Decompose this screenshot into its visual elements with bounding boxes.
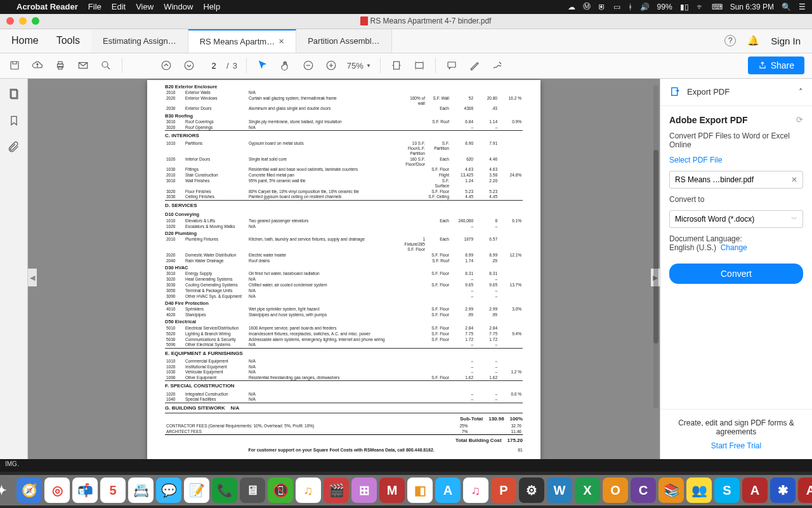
status-spotlight-icon[interactable]: 🔍	[782, 3, 791, 11]
doc-lang-label: Document Language:	[669, 234, 742, 243]
status-wifi-icon[interactable]: ᯤ	[697, 3, 704, 11]
search-icon[interactable]	[99, 58, 113, 72]
help-icon[interactable]: ?	[724, 35, 736, 46]
menu-view[interactable]: View	[136, 2, 154, 11]
close-tab-icon[interactable]: ✕	[278, 37, 284, 46]
status-battery-icon[interactable]: ▮▯	[680, 3, 689, 11]
doc-lang-change[interactable]: Change	[721, 243, 747, 252]
dock-app-icon[interactable]: C	[631, 478, 656, 503]
dock-app-icon[interactable]: ♫	[296, 478, 321, 503]
window-maximize-button[interactable]	[32, 17, 39, 25]
window-close-button[interactable]	[6, 17, 14, 25]
dock-app-icon[interactable]: P	[491, 478, 516, 503]
dock-app-icon[interactable]: A	[742, 478, 768, 503]
convert-format-dropdown[interactable]: Microsoft Word (*.docx) ﹀	[669, 210, 803, 228]
status-shield-icon[interactable]: ⛨	[598, 3, 606, 11]
zoom-in-icon[interactable]	[324, 58, 338, 72]
dock-app-icon[interactable]: 📝	[184, 478, 209, 503]
status-clock[interactable]: Sun 6:39 PM	[730, 3, 774, 11]
dock-app-icon[interactable]: 🧭	[16, 478, 42, 503]
dock-app-icon[interactable]: A	[435, 478, 461, 503]
sign-in-link[interactable]: Sign In	[771, 36, 801, 46]
convert-button[interactable]: Convert	[669, 264, 803, 284]
prev-page-button[interactable]: ◀	[28, 269, 37, 286]
dock-app-icon[interactable]: 🖥	[240, 478, 265, 503]
thumbnails-icon[interactable]	[8, 88, 20, 100]
status-cloud-icon[interactable]: ☁	[568, 3, 575, 11]
dock-app-icon[interactable]: 📬	[72, 478, 98, 503]
refresh-icon[interactable]: ⟳	[796, 115, 803, 124]
cloud-icon[interactable]	[30, 58, 44, 72]
tools-link[interactable]: Tools	[56, 35, 80, 46]
dock-app-icon[interactable]: S	[714, 478, 740, 503]
dock-app-icon[interactable]: ✦	[0, 478, 14, 503]
status-bluetooth-icon[interactable]: ᚼ	[628, 3, 632, 11]
export-title: Adobe Export PDF	[669, 115, 748, 125]
dock-app-icon[interactable]: X	[575, 478, 600, 503]
save-icon[interactable]	[8, 58, 22, 72]
dock-app-icon[interactable]: W	[547, 478, 572, 503]
status-keyboard-icon[interactable]: ⌨	[712, 3, 723, 11]
menu-file[interactable]: File	[88, 2, 102, 11]
export-pdf-header[interactable]: Export PDF ˄	[660, 79, 812, 106]
document-tab[interactable]: RS Means Apartm…✕	[188, 29, 297, 53]
share-button[interactable]: Share	[748, 57, 804, 74]
macos-dock: 😀✦🧭◎📬5📇💬📝📞🖥📵♫🎬⊞M◧A♫P⚙WXOC📚👥SA✱A🗑	[0, 472, 812, 508]
page-up-icon[interactable]	[159, 58, 173, 72]
zoom-out-icon[interactable]	[301, 58, 315, 72]
status-display-icon[interactable]: ▭	[613, 3, 620, 11]
home-link[interactable]: Home	[11, 35, 39, 46]
menu-edit[interactable]: Edit	[112, 2, 126, 11]
scrollbar-vertical[interactable]	[653, 85, 658, 409]
clear-file-icon[interactable]: ✕	[791, 175, 797, 184]
fit-page-icon[interactable]	[412, 58, 426, 72]
dock-app-icon[interactable]: ◎	[44, 478, 70, 503]
dock-app-icon[interactable]: ♫	[463, 478, 488, 503]
hand-tool-icon[interactable]	[278, 58, 292, 72]
notifications-icon[interactable]: 🔔	[747, 35, 759, 46]
document-tab[interactable]: Estimating Assign…	[91, 29, 188, 53]
dock-app-icon[interactable]: 📚	[658, 478, 684, 503]
dock-app-icon[interactable]: 📞	[212, 478, 237, 503]
sign-icon[interactable]	[490, 58, 504, 72]
dock-app-icon[interactable]: 👥	[686, 478, 712, 503]
dock-app-icon[interactable]: 💬	[156, 478, 181, 503]
page-down-icon[interactable]	[182, 58, 196, 72]
dock-app-icon[interactable]: A	[798, 478, 812, 503]
dock-app-icon[interactable]: ⊞	[351, 478, 377, 503]
dock-app-icon[interactable]: 🎬	[324, 478, 349, 503]
selected-file-box[interactable]: RS Means …binder.pdf ✕	[669, 171, 803, 189]
bookmarks-icon[interactable]	[8, 114, 20, 127]
status-menu-icon[interactable]: ☰	[799, 3, 806, 11]
app-window: RS Means Apartment 4-7 binder.pdf Home T…	[0, 14, 812, 460]
dock-app-icon[interactable]: ◧	[407, 478, 433, 503]
dock-app-icon[interactable]: 📵	[268, 478, 293, 503]
dock-app-icon[interactable]: 📇	[128, 478, 154, 503]
zoom-dropdown[interactable]: 75% ▼	[347, 61, 371, 70]
document-tab[interactable]: Partition Assembl…	[296, 29, 391, 53]
pdf-file-icon	[360, 17, 368, 25]
status-volume-icon[interactable]: 🔊	[640, 3, 650, 11]
menu-window[interactable]: Window	[164, 2, 193, 11]
select-arrow-icon[interactable]	[256, 58, 270, 72]
menu-help[interactable]: Help	[203, 2, 220, 11]
print-icon[interactable]	[53, 58, 67, 72]
dock-app-icon[interactable]: ⚙	[519, 478, 544, 503]
dock-app-icon[interactable]: 5	[100, 478, 126, 503]
dock-app-icon[interactable]: ✱	[770, 478, 796, 503]
page-number-input[interactable]	[205, 61, 223, 70]
app-name[interactable]: Acrobat Reader	[16, 2, 78, 11]
svg-rect-2	[58, 62, 62, 64]
fit-width-icon[interactable]	[390, 58, 403, 72]
select-file-link[interactable]: Select PDF File	[669, 156, 803, 164]
start-trial-link[interactable]: Start Free Trial	[669, 441, 803, 450]
window-minimize-button[interactable]	[19, 17, 27, 25]
page-view[interactable]: ◀ B20 Exterior Enclosure2010Exterior Wal…	[28, 79, 660, 460]
status-m-icon[interactable]: Ⓜ	[583, 1, 591, 12]
attachments-icon[interactable]	[8, 141, 20, 154]
comment-icon[interactable]	[445, 58, 459, 72]
dock-app-icon[interactable]: O	[603, 478, 628, 503]
highlight-icon[interactable]	[468, 58, 481, 72]
email-icon[interactable]	[76, 58, 90, 72]
dock-app-icon[interactable]: M	[379, 478, 405, 503]
